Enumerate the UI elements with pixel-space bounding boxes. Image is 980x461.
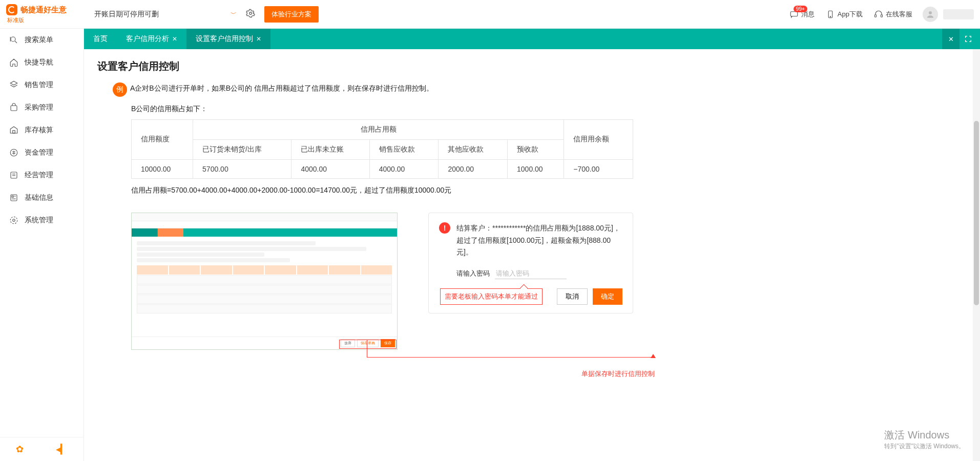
svg-rect-10 bbox=[11, 106, 17, 111]
collapse-icon[interactable]: ◂▎ bbox=[56, 444, 68, 455]
gear-icon[interactable] bbox=[246, 9, 255, 20]
tab-label: 客户信用分析 bbox=[126, 34, 169, 44]
svg-rect-17 bbox=[12, 196, 13, 197]
cancel-button[interactable]: 取消 bbox=[557, 288, 588, 305]
sidebar-item-inventory[interactable]: 库存核算 bbox=[0, 119, 84, 141]
connector bbox=[131, 351, 951, 366]
svg-point-0 bbox=[249, 12, 252, 14]
brand-logo-icon bbox=[6, 4, 17, 15]
tabbar-close-button[interactable]: ✕ bbox=[942, 29, 960, 49]
page-title: 设置客户信用控制 bbox=[97, 59, 967, 73]
illustration-row: 放弃 保存草稿 保存 ! 结算客户：********** bbox=[131, 213, 951, 350]
th-col: 其他应收款 bbox=[439, 139, 508, 159]
sidebar-item-baseinfo[interactable]: 基础信息 bbox=[0, 186, 84, 209]
sidebar-item-label: 基础信息 bbox=[25, 193, 53, 202]
th-balance: 信用用余额 bbox=[564, 119, 633, 159]
table-row: 10000.00 5700.00 4000.00 4000.00 2000.00… bbox=[132, 159, 633, 178]
th-usage-group: 信用占用额 bbox=[193, 119, 564, 139]
svg-point-6 bbox=[929, 11, 932, 14]
brand-block: 畅捷通好生意 标准版 bbox=[6, 4, 84, 24]
red-highlight-box bbox=[339, 340, 397, 349]
svg-point-7 bbox=[11, 37, 15, 41]
cell: 2000.00 bbox=[439, 159, 508, 178]
svg-point-20 bbox=[10, 217, 17, 224]
svg-rect-1 bbox=[790, 11, 798, 16]
vertical-scrollbar[interactable] bbox=[973, 49, 980, 461]
sidebar-item-label: 快捷导航 bbox=[25, 58, 53, 67]
hdr-app-download-label: App下载 bbox=[838, 10, 863, 19]
svg-point-3 bbox=[830, 16, 831, 17]
sidebar-item-quicknav[interactable]: 快捷导航 bbox=[0, 51, 84, 74]
hdr-online-service[interactable]: 在线客服 bbox=[874, 10, 912, 19]
cell: 4000.00 bbox=[369, 159, 439, 178]
sidebar: 搜索菜单 快捷导航 销售管理 采购管理 库存核算 资金管理 经营管理 基础信息 … bbox=[0, 29, 84, 461]
industry-solution-button[interactable]: 体验行业方案 bbox=[264, 6, 319, 23]
sidebar-item-system[interactable]: 系统管理 bbox=[0, 209, 84, 232]
cell: 5700.00 bbox=[193, 159, 291, 178]
sidebar-item-sales[interactable]: 销售管理 bbox=[0, 74, 84, 96]
sidebar-item-label: 搜索菜单 bbox=[25, 35, 53, 45]
th-col: 已出库未立账 bbox=[291, 139, 369, 159]
svg-rect-13 bbox=[11, 172, 17, 178]
chevron-down-icon: ﹀ bbox=[231, 10, 237, 18]
svg-line-8 bbox=[15, 41, 17, 43]
tab-credit-control[interactable]: 设置客户信用控制✕ bbox=[186, 29, 270, 49]
settings-gear-icon[interactable]: ✿ bbox=[16, 444, 24, 455]
illustration-caption: 单据保存时进行信用控制 bbox=[285, 369, 951, 379]
formula-text: 信用占用额=5700.00+4000.00+4000.00+2000.00-10… bbox=[131, 186, 951, 195]
th-col: 销售应收款 bbox=[369, 139, 439, 159]
brand-name: 畅捷通好生意 bbox=[20, 5, 67, 15]
password-label: 请输入密码 bbox=[456, 269, 490, 278]
hdr-messages[interactable]: 99+ 消息 bbox=[789, 10, 815, 19]
close-icon[interactable]: ✕ bbox=[256, 35, 261, 43]
cell: 4000.00 bbox=[291, 159, 369, 178]
example-line1: A企对B公司进行开单时，如果B公司的 信用占用额超过了信用额度，则在保存时进行信… bbox=[130, 82, 433, 95]
cell-limit: 10000.00 bbox=[132, 159, 193, 178]
ok-button[interactable]: 确定 bbox=[593, 288, 622, 305]
svg-rect-5 bbox=[881, 14, 883, 17]
credit-warning-dialog: ! 结算客户：************的信用占用额为[1888.00元]，超过了… bbox=[428, 213, 633, 313]
avatar[interactable] bbox=[923, 7, 938, 22]
close-icon[interactable]: ✕ bbox=[172, 35, 177, 43]
mini-screenshot: 放弃 保存草稿 保存 bbox=[131, 213, 398, 350]
svg-point-21 bbox=[13, 219, 15, 222]
option-select[interactable]: 开账日期可停用可删 ﹀ bbox=[94, 10, 237, 19]
dialog-message: 结算客户：************的信用占用额为[1888.00元]，超过了信用… bbox=[456, 222, 622, 259]
sidebar-item-purchase[interactable]: 采购管理 bbox=[0, 96, 84, 119]
hdr-app-download[interactable]: App下载 bbox=[826, 10, 863, 19]
tabbar: 首页 客户信用分析✕ 设置客户信用控制✕ ✕ bbox=[84, 29, 980, 49]
th-credit-limit: 信用额度 bbox=[132, 119, 193, 159]
sidebar-item-business[interactable]: 经营管理 bbox=[0, 164, 84, 186]
sidebar-item-label: 采购管理 bbox=[25, 103, 53, 112]
option-select-label: 开账日期可停用可删 bbox=[94, 10, 159, 19]
sidebar-item-label: 销售管理 bbox=[25, 80, 53, 90]
error-icon: ! bbox=[439, 222, 450, 234]
user-name-placeholder bbox=[943, 9, 974, 19]
tab-credit-analysis[interactable]: 客户信用分析✕ bbox=[117, 29, 186, 49]
sidebar-item-search[interactable]: 搜索菜单 bbox=[0, 29, 84, 51]
scrollbar-thumb[interactable] bbox=[974, 121, 979, 305]
sidebar-bottom: ✿ ◂▎ bbox=[0, 437, 84, 461]
tabbar-fullscreen-button[interactable] bbox=[960, 29, 977, 49]
example-badge-icon: 例 bbox=[113, 82, 127, 97]
tab-label: 首页 bbox=[93, 34, 108, 44]
hdr-online-service-label: 在线客服 bbox=[886, 10, 912, 19]
th-col: 预收款 bbox=[508, 139, 564, 159]
top-header: 畅捷通好生意 标准版 开账日期可停用可删 ﹀ 体验行业方案 99+ 消息 App… bbox=[0, 0, 980, 29]
brand-edition: 标准版 bbox=[7, 16, 24, 24]
dialog-note: 需要老板输入密码本单才能通过 bbox=[440, 288, 543, 305]
credit-table: 信用额度 信用占用额 信用用余额 已订货未销货/出库 已出库未立账 销售应收款 … bbox=[131, 119, 633, 179]
example-line2: B公司的信用额占如下： bbox=[131, 103, 951, 115]
sidebar-item-label: 经营管理 bbox=[25, 171, 53, 180]
main: 首页 客户信用分析✕ 设置客户信用控制✕ ✕ 设置客户信用控制 例 A企对B公司… bbox=[84, 29, 980, 461]
message-badge: 99+ bbox=[794, 6, 807, 12]
content: 设置客户信用控制 例 A企对B公司进行开单时，如果B公司的 信用占用额超过了信用… bbox=[84, 49, 980, 461]
sidebar-item-label: 库存核算 bbox=[25, 125, 53, 135]
tab-home[interactable]: 首页 bbox=[84, 29, 117, 49]
cell-balance: −700.00 bbox=[564, 159, 633, 178]
sidebar-item-label: 系统管理 bbox=[25, 216, 53, 225]
th-col: 已订货未销货/出库 bbox=[193, 139, 291, 159]
password-input[interactable] bbox=[495, 268, 567, 279]
sidebar-item-label: 资金管理 bbox=[25, 148, 53, 157]
sidebar-item-funds[interactable]: 资金管理 bbox=[0, 141, 84, 164]
